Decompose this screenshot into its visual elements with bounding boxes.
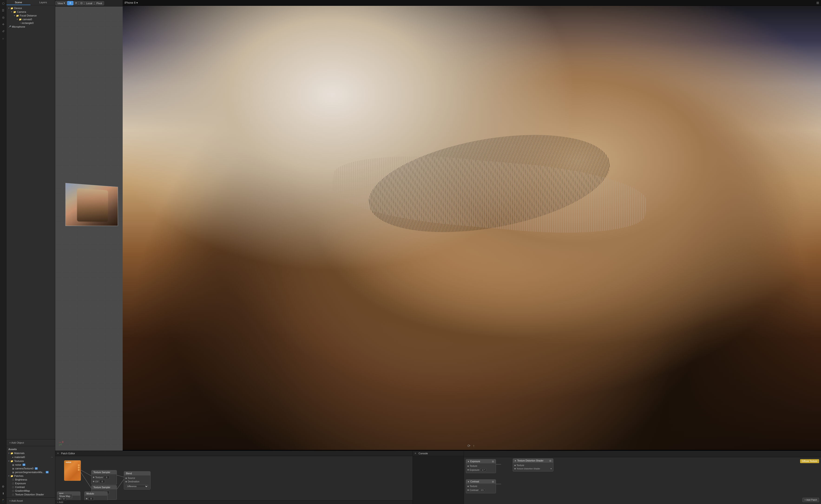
move-icon-btn[interactable]: ✛ [1,22,6,27]
preview-export-icon[interactable]: ↑ [473,444,475,448]
tds-expand-btn[interactable]: ⊡ [549,460,551,462]
tree-item-device[interactable]: ▾ 📁 Device [7,6,55,10]
exp-exposure-port: Exposure 1.7 [467,468,494,472]
contrast-header: ▾ Contrast ⊡ [466,480,496,484]
tree-item-texdistortion[interactable]: ⬡ Texture Distortion Shader [7,493,55,496]
tree-label-rectangle: rectangle0 [22,22,33,24]
exposure-expand-btn[interactable]: ⊡ [492,460,494,463]
tree-label-cameraTexture: cameraTexture0 [15,467,33,470]
exposure-label: Exposure [470,460,480,463]
patch-editor-panel: × Patch Editor noise [55,451,413,504]
tree-item-brightness[interactable]: ⬡ Brightness [7,478,55,481]
preview-refresh-icon[interactable]: ⟳ [467,444,470,448]
view-chevron-icon: ▾ [64,2,65,5]
assets-panel: Assets ▾ 📁 Materials ● material0 → ▾ 📁 T… [7,446,55,497]
cont-contrast-value[interactable]: 0.5 [479,488,485,492]
blend-dest-label: Destination [128,480,139,483]
tree-label-microphone: Microphone [12,25,25,28]
tree-item-patches[interactable]: ▾ 📁 Patches [7,474,55,478]
share-icon-btn[interactable]: ⬆ [1,491,6,496]
add-object-label: + Add Object [9,441,24,444]
tree-item-materials[interactable]: ▾ 📁 Materials [7,451,55,455]
view-btn[interactable]: View ▾ [55,1,67,5]
camera-icon-btn[interactable]: ◎ [1,15,6,20]
tree-item-textures[interactable]: ▾ 📁 Textures [7,459,55,463]
add-asset-label: + Add Asset [9,499,23,502]
contrast-patch-node[interactable]: ▾ Contrast ⊡ Texture Contrast [466,479,496,493]
right-patch-canvas[interactable]: ▾ Exposure ⊡ Texture Exposure [464,457,821,504]
settings-icon-btn[interactable]: ⚙ [1,484,6,489]
material-arrow-icon[interactable]: → [50,455,53,459]
iphone-toolbar: iPhone 8 ▾ ⊞ [123,0,821,6]
show-map-btn[interactable]: Show Map [57,494,72,498]
move-tool-btn[interactable]: ✛ [67,1,73,5]
tree-item-material0[interactable]: ● material0 → [7,455,55,459]
pivot-btn[interactable]: Pivot [94,1,104,5]
tex-distortion-shader-node[interactable]: ▾ Texture Distortion Shader ⊡ Texture [513,458,553,471]
noise-patch-node[interactable]: noise [64,460,81,481]
tree-item-camera[interactable]: ▾ 📁 Camera [7,10,55,14]
search-icon-btn[interactable]: ⌕ [1,36,6,41]
console-close-btn[interactable]: × [415,452,416,455]
tree-item-rectangle[interactable]: ▪ rectangle0 [7,21,55,25]
tree-item-microphone[interactable]: 🎤 Microphone [7,25,55,29]
exp-exposure-value[interactable]: 1.7 [480,468,486,471]
tree-item-gradientmap[interactable]: ⬡ GradientMap [7,489,55,493]
patch-add-label[interactable]: + Add [57,501,63,504]
tab-scene[interactable]: Scene [7,0,30,5]
blend-label: Blend [126,472,132,475]
console-header: × Console [413,451,464,456]
layers-icon-btn[interactable]: ☰ [1,8,6,13]
reset-btn[interactable]: ⟳ [73,1,79,5]
expand-materials-icon: ▾ [8,452,10,454]
blend-dest-dot [125,481,127,482]
phone-icon-btn[interactable]: 📱 [1,498,6,503]
ts1-uv-port: UV 0 [93,479,115,484]
console-output [413,456,464,504]
tree-item-focal[interactable]: ▾ 📁 Focal Distance [7,14,55,17]
exposure-patch-node[interactable]: ▾ Exposure ⊡ Texture Exposure [466,459,496,473]
mod-val1[interactable]: 0 [88,497,94,500]
tds-distortion-expand-icon[interactable]: ▾ [551,468,552,470]
tree-item-noise[interactable]: ▣ noise A [7,463,55,467]
frame-btn[interactable]: ⊡ [79,1,84,5]
tab-layers[interactable]: Layers [31,0,55,5]
contrast-expand-btn[interactable]: ⊡ [492,481,494,483]
scene-icon-btn[interactable]: ⬡ [1,1,6,6]
modulo-node[interactable]: Modulo 0 0 [84,491,108,500]
local-label: Local [86,2,92,5]
tree-item-personSeg[interactable]: ▣ personSegmentationMa... A [7,470,55,474]
patch-editor-title: Patch Editor [61,452,75,455]
add-object-btn[interactable]: + Add Object [7,440,55,445]
cont-contrast-port: Contrast 0.5 [467,488,494,492]
ts1-uv-value[interactable]: 0 [99,480,105,483]
blend-node[interactable]: Blend Source Destination [124,471,151,490]
viewport-3d[interactable]: — X | Y [55,7,123,451]
blend-mode-select[interactable]: Difference Normal Add [126,485,148,488]
ts1-texture-value[interactable]: 0 [104,476,109,479]
local-btn[interactable]: Local [84,1,94,5]
tree-item-contrast[interactable]: ⬡ Contrast [7,485,55,489]
bottom-panel: × Patch Editor noise [55,451,821,504]
tds-texture-label: Texture [517,464,524,467]
folder-icon-textures: 📁 [10,460,13,462]
add-patch-btn[interactable]: + Add Patch [802,498,819,502]
tree-item-canvas[interactable]: ▾ 📁 canvas0 [7,17,55,21]
tree-item-exposure[interactable]: ⬡ Exposure [7,481,55,485]
texture-sampler-1-node[interactable]: Texture Sampler Texture 0 UV 0 [91,470,117,485]
diffuse-texture-badge[interactable]: Diffuse Texture [800,459,819,463]
tree-item-cameraTexture[interactable]: ▣ cameraTexture0 A [7,467,55,470]
ts1-texture-dot [93,477,94,478]
tds-body: Texture Texture Distortion Shader ▾ [513,463,553,471]
preview-image: ⟳ ↑ [123,6,821,450]
cont-texture-label: Texture [470,485,477,488]
tree-label-materials: Materials [14,452,25,455]
maximize-icon[interactable]: ⊞ [816,1,819,5]
texture-camera-icon: ▣ [12,467,14,470]
add-asset-btn[interactable]: + Add Asset [7,498,55,503]
patch-canvas[interactable]: noise Texture Sampler [55,456,413,500]
tree-label-gradientmap: GradientMap [15,489,30,492]
rotate-icon-btn[interactable]: ↺ [1,29,6,34]
patch-editor-close-btn[interactable]: × [57,452,59,455]
iphone-chevron-icon: ▾ [136,1,138,4]
